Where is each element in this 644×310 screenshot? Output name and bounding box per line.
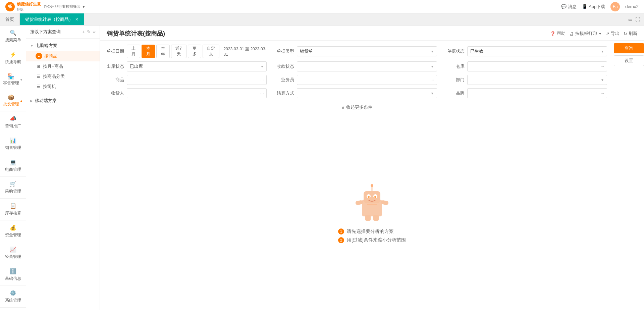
filter-settlement-select[interactable]: ▼ xyxy=(297,88,437,98)
message-button[interactable]: 💬 消息 xyxy=(561,4,577,10)
logo-text: 畅捷信好生意 标版 xyxy=(17,1,41,12)
filter-goods-label: 商品 xyxy=(107,77,127,83)
scheme-edit-button[interactable]: ✎ xyxy=(87,29,91,35)
avatar[interactable]: Ea xyxy=(610,2,620,11)
date-btn-this-month[interactable]: 本月 xyxy=(142,45,155,58)
tab-bar: 首页 销货单统计表（按商品） ✕ ▭ ⛶ xyxy=(0,13,644,25)
empty-hints: 1 请先选择要分析的方案 2 用[过滤]条件来缩小分析范围 xyxy=(338,228,406,243)
header-left: 畅 畅捷信好生意 标版 办公用品行业模拟账套 ▼ xyxy=(5,1,86,12)
receiver-ellipsis-icon: ··· xyxy=(260,91,264,96)
scheme-add-button[interactable]: + xyxy=(82,29,85,35)
sidebar-item-finance[interactable]: 💰 资金管理 xyxy=(0,220,26,242)
tab-close-icon[interactable]: ✕ xyxy=(75,17,78,22)
sidebar-item-ecommerce[interactable]: 💻 电商管理 xyxy=(0,155,26,177)
tab-sales-stats[interactable]: 销货单统计表（按商品） ✕ xyxy=(20,13,84,25)
filter-receiver-select[interactable]: ··· xyxy=(127,88,267,98)
filter-salesman-label: 业务员 xyxy=(277,77,297,83)
filter-doc-status: 单据状态 已生效 ▼ xyxy=(447,46,607,56)
date-btn-last-month[interactable]: 上月 xyxy=(127,45,140,58)
logo-area: 畅 畅捷信好生意 标版 xyxy=(5,1,41,12)
query-button[interactable]: 查询 xyxy=(614,43,644,53)
sidebar-item-search[interactable]: 🔍 搜索菜单 xyxy=(0,25,26,47)
app-download-button[interactable]: 📱 App下载 xyxy=(582,4,605,10)
filter-doc-type-label: 单据类型 xyxy=(277,48,297,54)
sidebar-item-system[interactable]: ⚙️ 系统管理 xyxy=(0,286,26,308)
filter-date: 单据日期 上月 本月 本年 近7天 更多 自定义 2023-03-01 至 20… xyxy=(107,45,267,58)
sidebar-item-marketing[interactable]: 📣 营销推广 xyxy=(0,111,26,133)
filter-row-4: 收货人 ··· 结算方式 ▼ xyxy=(107,88,607,98)
empty-hint-2: 2 用[过滤]条件来缩小分析范围 xyxy=(338,237,406,243)
scheme-group-mobile-header[interactable]: ▶ 移动端方案 xyxy=(26,96,100,106)
refresh-button[interactable]: ↻ 刷新 xyxy=(624,31,637,37)
purchase-icon: 🛒 xyxy=(10,181,16,187)
workspace-selector[interactable]: 办公用品行业模拟账套 ▼ xyxy=(44,4,86,9)
retail-icon: 🏪 xyxy=(8,73,14,80)
filter-row-2: 出库状态 已出库 ▼ 收款状态 ▼ xyxy=(107,61,607,71)
date-btn-7days[interactable]: 近7天 xyxy=(171,45,186,58)
sidebar-item-purchase[interactable]: 🛒 采购管理 xyxy=(0,177,26,199)
export-button[interactable]: ↗ 导出 xyxy=(606,31,620,37)
settings-button[interactable]: 设置 xyxy=(614,55,644,66)
sidebar-item-inventory[interactable]: 📋 库存核算 xyxy=(0,199,26,220)
filter-row-3: 商品 ··· 业务员 ··· xyxy=(107,75,607,85)
sidebar-item-operations[interactable]: 📈 经营管理 xyxy=(0,242,26,264)
filter-stock-status-select[interactable]: 已出库 ▼ xyxy=(127,61,267,71)
svg-rect-10 xyxy=(365,215,371,221)
scheme-panel-header: 按以下方案查询 + ✎ « xyxy=(26,25,100,39)
filter-goods-select[interactable]: ··· xyxy=(127,75,267,85)
username-label[interactable]: demo2 xyxy=(625,4,639,9)
payment-status-chevron-icon: ▼ xyxy=(431,65,434,68)
wholesale-icon: 📦 xyxy=(8,94,14,101)
sidebar-item-retail[interactable]: 🏪 零售管理 ▼ xyxy=(0,69,26,90)
filter-brand-select[interactable]: ··· xyxy=(467,88,607,98)
filter-salesman-select[interactable]: ··· xyxy=(297,75,437,85)
app-download-icon: 📱 xyxy=(582,4,587,9)
scheme-group-expand-icon: ▼ xyxy=(30,44,34,48)
filter-warehouse-label: 仓库 xyxy=(447,63,467,69)
sidebar-item-enterprise[interactable]: 🤝 企业协同 xyxy=(0,308,26,310)
print-arrow-icon: ▼ xyxy=(598,32,602,36)
date-btn-more[interactable]: 更多 xyxy=(188,45,201,58)
right-panel: 销货单统计表(按商品) ❓ 帮助 🖨 按模板打印 ▼ ↗ 导出 xyxy=(100,25,644,310)
tab-home[interactable]: 首页 xyxy=(0,13,20,25)
scheme-collapse-button[interactable]: « xyxy=(93,29,96,35)
svg-rect-11 xyxy=(373,215,379,221)
print-icon: 🖨 xyxy=(570,31,574,36)
tab-minimize-icon[interactable]: ▭ xyxy=(628,17,633,22)
logo-icon: 畅 xyxy=(5,2,15,11)
help-icon: ❓ xyxy=(550,31,555,36)
scheme-item-by-goods[interactable]: ● 按商品 xyxy=(26,51,100,61)
sidebar-item-basic-info[interactable]: ℹ️ 基础信息 xyxy=(0,264,26,286)
filter-doc-type-select[interactable]: 销货单 ▼ xyxy=(297,46,437,56)
doc-type-chevron-icon: ▼ xyxy=(431,50,434,53)
help-button[interactable]: ❓ 帮助 xyxy=(550,31,566,37)
scheme-group-pc-header[interactable]: ▼ 电脑端方案 xyxy=(26,41,100,51)
date-range-display: 2023-03-01 至 2023-03-31 xyxy=(223,46,267,57)
scheme-item-by-driver[interactable]: ☰ 按司机 xyxy=(26,82,100,92)
collapse-row: ∧ 收起更多条件 xyxy=(107,102,607,112)
scheme-group-pc-label: 电脑端方案 xyxy=(36,43,57,49)
empty-hint-1: 1 请先选择要分析的方案 xyxy=(338,228,406,235)
collapse-button[interactable]: ∧ 收起更多条件 xyxy=(341,104,372,110)
content-area: 按以下方案查询 + ✎ « ▼ 电脑端方案 ● 按商品 xyxy=(26,25,644,310)
filter-department-select[interactable]: ▼ xyxy=(467,75,607,85)
date-btn-this-year[interactable]: 本年 xyxy=(156,45,170,58)
scheme-item-by-month-goods[interactable]: ⊞ 按月+商品 xyxy=(26,61,100,71)
sidebar-item-wholesale[interactable]: 📦 批发管理 ▲ xyxy=(0,90,26,111)
sidebar-item-sales[interactable]: 📊 销售管理 xyxy=(0,133,26,155)
filter-warehouse-select[interactable]: ··· xyxy=(467,61,607,71)
sidebar-item-quick-nav[interactable]: ⚡ 快捷导航 xyxy=(0,47,26,69)
department-chevron-icon: ▼ xyxy=(601,78,604,82)
doc-status-chevron-icon: ▼ xyxy=(601,50,604,53)
date-btn-custom[interactable]: 自定义 xyxy=(203,45,220,58)
tab-expand-icon[interactable]: ⛶ xyxy=(635,17,640,22)
filter-payment-status-select[interactable]: ▼ xyxy=(297,61,437,71)
top-header: 畅 畅捷信好生意 标版 办公用品行业模拟账套 ▼ 💬 消息 📱 App下载 Ea… xyxy=(0,0,644,13)
print-template-button[interactable]: 🖨 按模板打印 ▼ xyxy=(570,31,602,37)
filter-goods: 商品 ··· xyxy=(107,75,267,85)
filter-warehouse: 仓库 ··· xyxy=(447,61,607,71)
scheme-item-by-category[interactable]: ☰ 按商品分类 xyxy=(26,71,100,82)
hint-num-2: 2 xyxy=(338,237,344,243)
filter-doc-status-select[interactable]: 已生效 ▼ xyxy=(467,46,607,56)
basic-info-icon: ℹ️ xyxy=(10,268,16,274)
